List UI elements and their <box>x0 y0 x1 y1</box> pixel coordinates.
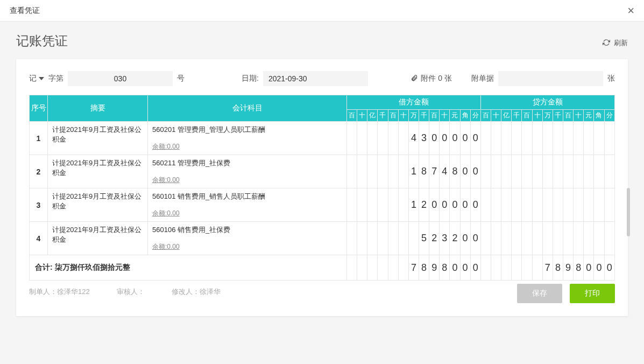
digit-cell: 0 <box>460 122 470 155</box>
digit-cell: 0 <box>470 122 480 155</box>
unit-header: 万 <box>408 110 419 122</box>
unit-header: 十 <box>398 110 408 122</box>
page-title: 记账凭证 <box>16 32 68 50</box>
digit-cell <box>398 155 408 188</box>
digit-cell <box>594 122 604 155</box>
row-summary[interactable]: 计提2021年9月工资及社保公积金 <box>48 188 148 222</box>
row-index: 3 <box>30 188 48 222</box>
digit-cell <box>357 188 367 222</box>
digit-cell <box>553 155 563 188</box>
digit-cell: 0 <box>450 255 460 281</box>
digit-cell <box>542 222 553 255</box>
row-balance: 余额:0.00 <box>152 242 342 251</box>
voucher-number-input[interactable] <box>68 71 173 86</box>
digit-cell <box>532 222 542 255</box>
refresh-button[interactable]: 刷新 <box>603 38 628 48</box>
digit-cell <box>357 122 367 155</box>
digit-cell <box>378 122 388 155</box>
unit-header: 百 <box>388 110 398 122</box>
digit-cell <box>367 155 378 188</box>
digit-cell: 0 <box>604 255 614 281</box>
digit-cell: 4 <box>408 122 419 155</box>
meta-row: 记 字第 号 日期: 附件 0 张 附单据 张 <box>29 71 615 86</box>
date-input[interactable] <box>263 71 368 86</box>
attach-sheet-input[interactable] <box>498 71 603 86</box>
digit-cell: 5 <box>419 222 429 255</box>
table-row[interactable]: 1计提2021年9月工资及社保公积金560201 管理费用_管理人员职工薪酬余额… <box>30 122 615 155</box>
unit-header: 十 <box>357 110 367 122</box>
digit-cell: 0 <box>450 188 460 222</box>
digit-cell <box>501 122 512 155</box>
scrollbar-thumb[interactable] <box>627 188 630 236</box>
digit-cell <box>347 222 357 255</box>
digit-cell <box>491 255 501 281</box>
save-button[interactable]: 保存 <box>517 284 562 303</box>
digit-cell <box>563 222 573 255</box>
digit-cell <box>532 188 542 222</box>
row-summary[interactable]: 计提2021年9月工资及社保公积金 <box>48 155 148 188</box>
digit-cell: 0 <box>470 188 480 222</box>
close-icon[interactable]: × <box>627 4 634 18</box>
table-row[interactable]: 3计提2021年9月工资及社保公积金560101 销售费用_销售人员职工薪酬余额… <box>30 188 615 222</box>
digit-cell: 8 <box>440 255 450 281</box>
digit-cell <box>480 255 491 281</box>
digit-cell <box>594 155 604 188</box>
digit-cell <box>378 255 388 281</box>
digit-cell <box>512 122 522 155</box>
digit-cell: 4 <box>440 155 450 188</box>
unit-header: 千 <box>419 110 429 122</box>
date-label: 日期: <box>242 74 259 83</box>
table-row[interactable]: 4计提2021年9月工资及社保公积金560106 销售费用_社保费余额:0.00… <box>30 222 615 255</box>
refresh-label: 刷新 <box>614 39 628 47</box>
digit-cell <box>584 155 594 188</box>
voucher-table: 序号 摘要 会计科目 借方金额 贷方金额 百十亿千百十万千百十元角分百十亿千百十… <box>29 95 615 281</box>
digit-cell: 7 <box>542 255 553 281</box>
table-row[interactable]: 2计提2021年9月工资及社保公积金560211 管理费用_社保费余额:0.00… <box>30 155 615 188</box>
reviewer: 审核人： <box>117 287 145 297</box>
modal-header: 查看凭证 × <box>0 0 644 22</box>
digit-cell: 2 <box>450 222 460 255</box>
digit-cell: 0 <box>429 188 440 222</box>
unit-header: 亿 <box>501 110 512 122</box>
row-subject[interactable]: 560211 管理费用_社保费余额:0.00 <box>148 155 347 188</box>
digit-cell <box>563 122 573 155</box>
row-summary[interactable]: 计提2021年9月工资及社保公积金 <box>48 222 148 255</box>
digit-cell: 1 <box>408 188 419 222</box>
unit-header: 百 <box>429 110 440 122</box>
row-summary[interactable]: 计提2021年9月工资及社保公积金 <box>48 122 148 155</box>
digit-cell: 3 <box>419 122 429 155</box>
modal-title: 查看凭证 <box>10 6 40 16</box>
digit-cell <box>347 188 357 222</box>
total-row: 合计: 柒万捌仟玖佰捌拾元整78980007898000 <box>30 255 615 281</box>
row-subject[interactable]: 560106 销售费用_社保费余额:0.00 <box>148 222 347 255</box>
print-button[interactable]: 打印 <box>570 284 615 303</box>
voucher-type-dropdown[interactable]: 记 <box>29 74 44 83</box>
total-label: 合计: 柒万捌仟玖佰捌拾元整 <box>30 255 347 281</box>
digit-cell: 2 <box>429 222 440 255</box>
digit-cell <box>522 122 532 155</box>
modifier: 修改人：徐泽华 <box>172 287 221 297</box>
digit-cell: 8 <box>450 155 460 188</box>
attachment-link[interactable]: 附件 0 张 <box>411 74 452 83</box>
digit-cell <box>491 188 501 222</box>
digit-cell <box>501 255 512 281</box>
digit-cell <box>480 188 491 222</box>
voucher-suffix: 号 <box>177 74 185 83</box>
digit-cell <box>367 222 378 255</box>
digit-cell <box>512 255 522 281</box>
unit-header: 分 <box>604 110 614 122</box>
digit-cell <box>357 155 367 188</box>
row-subject[interactable]: 560201 管理费用_管理人员职工薪酬余额:0.00 <box>148 122 347 155</box>
digit-cell: 0 <box>440 188 450 222</box>
digit-cell <box>378 222 388 255</box>
digit-cell: 0 <box>470 222 480 255</box>
row-subject[interactable]: 560101 销售费用_销售人员职工薪酬余额:0.00 <box>148 188 347 222</box>
digit-cell: 7 <box>429 155 440 188</box>
digit-cell <box>378 155 388 188</box>
unit-header: 百 <box>480 110 491 122</box>
digit-cell <box>347 122 357 155</box>
col-idx: 序号 <box>30 95 48 122</box>
caret-down-icon <box>39 77 44 80</box>
col-credit: 贷方金额 <box>480 95 614 110</box>
unit-header: 元 <box>450 110 460 122</box>
